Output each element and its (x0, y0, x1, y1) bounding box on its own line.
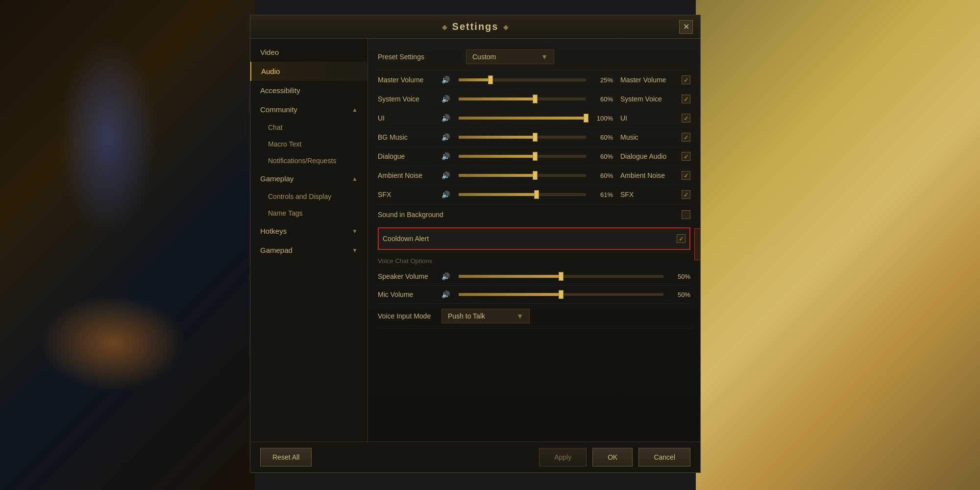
dialogue-checkbox[interactable] (682, 152, 690, 161)
sidebar-item-community[interactable]: Community ▲ (250, 100, 368, 119)
sidebar: Video Audio Accessibility Community ▲ Ch… (250, 39, 368, 441)
ambient-checkbox[interactable] (682, 171, 690, 180)
system-voice-speaker-icon: 🔊 (441, 95, 450, 103)
sidebar-item-gamepad-label: Gamepad (260, 246, 293, 254)
sidebar-item-accessibility-label: Accessibility (260, 86, 300, 95)
title-ornament-right: ◆ (503, 23, 509, 31)
sound-in-background-label: Sound in Background (378, 211, 682, 219)
ui-slider[interactable] (459, 117, 586, 120)
settings-scroll-area[interactable]: Preset Settings Custom ▼ Master Volume 🔊… (368, 39, 700, 441)
cooldown-alert-row: Cooldown Alert Cooldown Alert Toggle not… (378, 227, 690, 250)
ui-speaker-icon: 🔊 (441, 114, 450, 122)
cooldown-alert-checkbox[interactable] (677, 234, 686, 243)
system-voice-checkbox[interactable] (682, 95, 690, 103)
sidebar-item-video[interactable]: Video (250, 43, 368, 62)
speaker-volume-slider[interactable] (459, 275, 663, 278)
dialogue-slider[interactable] (459, 155, 586, 158)
sidebar-item-audio-label: Audio (261, 67, 280, 75)
ui-row: UI 🔊 100% UI (378, 109, 690, 128)
master-volume-slider[interactable] (459, 78, 586, 81)
sidebar-item-macro-text-label: Macro Text (268, 140, 301, 148)
bg-music-slider[interactable] (459, 136, 586, 139)
voice-input-dropdown[interactable]: Push to Talk ▼ (441, 309, 530, 323)
ambient-speaker-icon: 🔊 (441, 172, 450, 179)
speaker-volume-icon: 🔊 (441, 272, 450, 280)
sound-in-background-checkbox[interactable] (682, 210, 690, 219)
ambient-pct: 60% (591, 172, 613, 179)
master-volume-pct: 25% (591, 76, 613, 84)
sidebar-item-audio[interactable]: Audio (250, 62, 368, 81)
mic-volume-label: Mic Volume (378, 291, 441, 298)
sidebar-item-gameplay[interactable]: Gameplay ▲ (250, 169, 368, 188)
sfx-speaker-icon: 🔊 (441, 191, 450, 198)
sidebar-item-gamepad[interactable]: Gamepad ▼ (250, 241, 368, 260)
mic-volume-icon: 🔊 (441, 291, 450, 298)
bg-music-label: BG Music (378, 133, 441, 141)
preset-chevron-down-icon: ▼ (531, 53, 548, 61)
master-volume-checkbox[interactable] (682, 75, 690, 84)
bg-music-row: BG Music 🔊 60% Music (378, 128, 690, 147)
system-voice-pct: 60% (591, 96, 613, 103)
voice-chat-section-header: Voice Chat Options (378, 252, 690, 268)
bg-left (0, 0, 255, 490)
bg-music-checkbox[interactable] (682, 133, 690, 142)
system-voice-slider[interactable] (459, 98, 586, 100)
system-voice-row: System Voice 🔊 60% System Voice (378, 90, 690, 109)
ambient-row: Ambient Noise 🔊 60% Ambient Noise (378, 166, 690, 185)
dialog-title: Settings (452, 21, 499, 32)
mic-volume-pct: 50% (668, 291, 690, 298)
bg-music-right-label: Music (613, 133, 682, 141)
sidebar-item-controls[interactable]: Controls and Display (250, 188, 368, 205)
voice-input-label: Voice Input Mode (378, 312, 441, 320)
bg-decor (0, 0, 255, 490)
close-button[interactable]: ✕ (679, 20, 693, 34)
hotkeys-chevron-down-icon: ▼ (352, 228, 358, 235)
ambient-slider[interactable] (459, 174, 586, 177)
sfx-slider[interactable] (459, 193, 586, 196)
dialogue-label: Dialogue (378, 152, 441, 160)
sfx-row: SFX 🔊 61% SFX (378, 185, 690, 204)
speaker-volume-pct: 50% (668, 273, 690, 280)
title-bar: ◆ Settings ◆ ✕ (250, 15, 700, 39)
sidebar-item-gameplay-label: Gameplay (260, 174, 294, 183)
dialogue-row: Dialogue 🔊 60% Dialogue Audio (378, 147, 690, 166)
cancel-button[interactable]: Cancel (638, 448, 690, 466)
sidebar-item-name-tags-label: Name Tags (268, 209, 303, 217)
speaker-volume-label: Speaker Volume (378, 272, 441, 280)
dialogue-pct: 60% (591, 153, 613, 160)
sidebar-item-hotkeys[interactable]: Hotkeys ▼ (250, 221, 368, 241)
sidebar-item-name-tags[interactable]: Name Tags (250, 205, 368, 221)
ambient-label: Ambient Noise (378, 172, 441, 179)
voice-input-chevron-down-icon: ▼ (507, 312, 523, 320)
title-ornament-left: ◆ (442, 23, 447, 31)
sfx-label: SFX (378, 191, 441, 198)
community-chevron-up-icon: ▲ (352, 106, 358, 113)
settings-dialog: ◆ Settings ◆ ✕ Video Audio Accessibility… (250, 15, 701, 473)
apply-button[interactable]: Apply (539, 448, 587, 466)
mic-volume-slider[interactable] (459, 293, 663, 296)
footer-btn-group: Apply OK Cancel (539, 448, 690, 466)
gamepad-chevron-down-icon: ▼ (352, 247, 358, 254)
sidebar-item-chat-label: Chat (268, 123, 283, 131)
sidebar-item-controls-label: Controls and Display (268, 193, 331, 200)
sidebar-item-notifications[interactable]: Notifications/Requests (250, 152, 368, 169)
ui-checkbox[interactable] (682, 114, 690, 122)
cooldown-alert-label: Cooldown Alert (379, 235, 677, 243)
preset-label: Preset Settings (378, 53, 466, 61)
dialog-footer: Reset All Apply OK Cancel (250, 441, 700, 472)
master-volume-row: Master Volume 🔊 25% Master Volume (378, 71, 690, 90)
sidebar-item-video-label: Video (260, 48, 279, 56)
reset-all-button[interactable]: Reset All (260, 448, 312, 466)
bg-music-pct: 60% (591, 134, 613, 141)
sfx-checkbox[interactable] (682, 190, 690, 199)
sfx-pct: 61% (591, 191, 613, 198)
sfx-right-label: SFX (613, 191, 682, 198)
sidebar-item-macro-text[interactable]: Macro Text (250, 136, 368, 152)
sidebar-item-chat[interactable]: Chat (250, 119, 368, 136)
dialogue-right-label: Dialogue Audio (613, 152, 682, 160)
ok-button[interactable]: OK (592, 448, 633, 466)
sidebar-item-community-label: Community (260, 105, 297, 114)
cooldown-tooltip: Cooldown Alert Toggle notification for s… (694, 228, 700, 260)
sidebar-item-accessibility[interactable]: Accessibility (250, 81, 368, 100)
preset-dropdown[interactable]: Custom ▼ (466, 49, 554, 64)
